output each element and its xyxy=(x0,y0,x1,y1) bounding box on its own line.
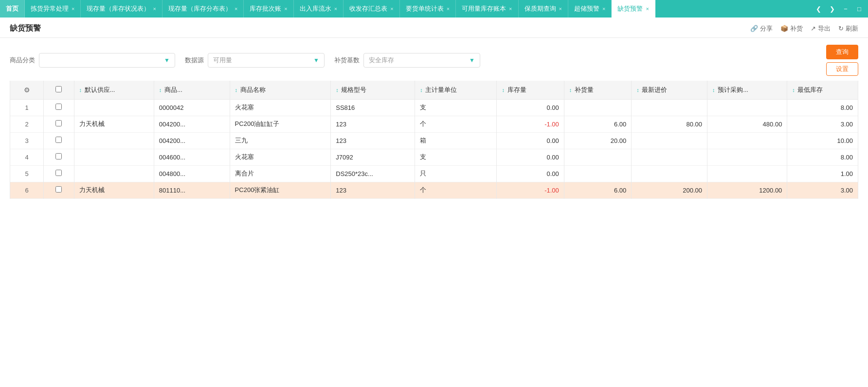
row-checkbox[interactable] xyxy=(55,170,62,176)
query-button[interactable]: 查询 xyxy=(826,45,858,59)
row-checkbox[interactable] xyxy=(55,120,62,126)
settings-button[interactable]: 设置 xyxy=(826,62,858,76)
row-code: 004200... xyxy=(154,132,230,149)
row-checkbox[interactable] xyxy=(55,104,62,110)
close-stock1[interactable]: × xyxy=(153,6,156,12)
replenish-basis-select[interactable]: 安全库存 ▼ xyxy=(363,53,480,68)
nav-label-home: 首页 xyxy=(6,4,18,13)
row-stock: 0.00 xyxy=(497,149,564,165)
replenish-label: 补货 xyxy=(790,24,803,33)
replenish-basis-filter: 补货基数 安全库存 ▼ xyxy=(334,53,480,68)
close-expiry[interactable]: × xyxy=(559,6,562,12)
th-replenish: ↕ 补货量 xyxy=(564,81,631,99)
row-num: 5 xyxy=(10,165,44,182)
nav-prev-btn[interactable]: ❮ xyxy=(813,3,824,15)
th-supplier: ↕ 默认供应... xyxy=(74,81,154,99)
filter-actions: 查询 设置 xyxy=(826,45,858,76)
row-unit: 箱 xyxy=(415,132,497,149)
row-num: 1 xyxy=(10,99,44,116)
nav-label-overstock: 超储预警 xyxy=(574,4,599,13)
nav-label-stock2: 现存量（库存分布表） xyxy=(168,4,232,13)
nav-item-picking[interactable]: 拣货异常处理 × xyxy=(25,0,81,18)
header-actions: 🔗 分享 📦 补货 ↗ 导出 ↻ 刷新 xyxy=(750,24,858,33)
row-name: 火花塞 xyxy=(230,99,331,116)
datasource-select[interactable]: 可用量 ▼ xyxy=(208,53,325,68)
datasource-chevron-icon: ▼ xyxy=(313,57,319,64)
purchase-sort-icon: ↕ xyxy=(712,87,715,93)
nav-item-summary[interactable]: 收发存汇总表 × xyxy=(344,0,399,18)
row-price xyxy=(632,149,707,165)
th-purchase: ↕ 预计采购... xyxy=(707,81,787,99)
th-spec: ↕ 规格型号 xyxy=(331,81,415,99)
price-sort-icon: ↕ xyxy=(636,87,639,93)
table-body: 1 0000042 火花塞 SS816 支 0.00 8.00 2 力天机械 0… xyxy=(10,99,858,198)
nav-item-home[interactable]: 首页 xyxy=(0,0,25,18)
page-header: 缺货预警 🔗 分享 📦 补货 ↗ 导出 ↻ 刷新 xyxy=(0,18,868,38)
close-picking[interactable]: × xyxy=(72,6,74,12)
row-checkbox[interactable] xyxy=(55,137,62,143)
nav-maximize-btn[interactable]: □ xyxy=(853,3,865,15)
category-label: 商品分类 xyxy=(10,56,35,65)
nav-item-requisition[interactable]: 要货单统计表 × xyxy=(400,0,456,18)
share-label: 分享 xyxy=(760,24,773,33)
table-row: 1 0000042 火花塞 SS816 支 0.00 8.00 xyxy=(10,99,858,116)
table-row: 6 力天机械 801110... PC200张紧油缸 123 个 -1.00 6… xyxy=(10,182,858,198)
th-code: ↕ 商品... xyxy=(154,81,230,99)
row-minstock: 3.00 xyxy=(787,182,858,198)
nav-item-batch[interactable]: 库存批次账 × xyxy=(244,0,293,18)
row-name: PC200张紧油缸 xyxy=(230,182,331,198)
refresh-label: 刷新 xyxy=(846,24,858,33)
close-overstock[interactable]: × xyxy=(602,6,605,12)
nav-item-flow[interactable]: 出入库流水 × xyxy=(294,0,344,18)
row-spec: DS250*23c... xyxy=(331,165,415,182)
row-spec: 123 xyxy=(331,132,415,149)
close-requisition[interactable]: × xyxy=(447,6,450,12)
export-label: 导出 xyxy=(818,24,831,33)
row-unit: 个 xyxy=(415,116,497,132)
row-checkbox[interactable] xyxy=(55,186,62,193)
row-purchase xyxy=(707,99,787,116)
row-checkbox[interactable] xyxy=(55,153,62,159)
close-available[interactable]: × xyxy=(509,6,512,12)
nav-item-shortage[interactable]: 缺货预警 × xyxy=(612,0,655,18)
row-replenish: 20.00 xyxy=(564,132,631,149)
row-replenish xyxy=(564,149,631,165)
select-all-checkbox[interactable] xyxy=(55,86,62,92)
row-purchase xyxy=(707,165,787,182)
th-gear: ⚙ xyxy=(10,81,44,99)
minstock-sort-icon: ↕ xyxy=(792,87,795,93)
row-minstock: 1.00 xyxy=(787,165,858,182)
row-checkbox-cell xyxy=(44,182,74,198)
nav-label-requisition: 要货单统计表 xyxy=(406,4,444,13)
th-price: ↕ 最新进价 xyxy=(632,81,707,99)
share-action[interactable]: 🔗 分享 xyxy=(750,24,773,33)
export-action[interactable]: ↗ 导出 xyxy=(811,24,831,33)
refresh-action[interactable]: ↻ 刷新 xyxy=(838,24,858,33)
replenish-basis-chevron-icon: ▼ xyxy=(469,57,475,64)
close-flow[interactable]: × xyxy=(334,6,337,12)
nav-minimize-btn[interactable]: − xyxy=(840,3,851,15)
nav-item-stock1[interactable]: 现存量（库存状况表） × xyxy=(81,0,162,18)
category-filter: 商品分类 ▼ xyxy=(10,53,175,68)
nav-item-overstock[interactable]: 超储预警 × xyxy=(568,0,612,18)
close-batch[interactable]: × xyxy=(284,6,287,12)
close-shortage[interactable]: × xyxy=(646,6,649,12)
close-summary[interactable]: × xyxy=(390,6,393,12)
category-select[interactable]: ▼ xyxy=(39,53,175,68)
table-row: 3 004200... 三九 123 箱 0.00 20.00 10.00 xyxy=(10,132,858,149)
row-replenish xyxy=(564,165,631,182)
nav-label-batch: 库存批次账 xyxy=(250,4,281,13)
row-minstock: 3.00 xyxy=(787,116,858,132)
row-price xyxy=(632,99,707,116)
category-chevron-icon: ▼ xyxy=(164,57,170,64)
replenish-action[interactable]: 📦 补货 xyxy=(780,24,803,33)
row-price xyxy=(632,132,707,149)
nav-item-available[interactable]: 可用量库存账本 × xyxy=(456,0,518,18)
row-minstock: 8.00 xyxy=(787,149,858,165)
nav-item-stock2[interactable]: 现存量（库存分布表） × xyxy=(163,0,244,18)
close-stock2[interactable]: × xyxy=(235,6,237,12)
gear-settings-icon[interactable]: ⚙ xyxy=(24,86,30,94)
row-unit: 个 xyxy=(415,182,497,198)
nav-item-expiry[interactable]: 保质期查询 × xyxy=(519,0,568,18)
nav-next-btn[interactable]: ❯ xyxy=(826,3,838,15)
